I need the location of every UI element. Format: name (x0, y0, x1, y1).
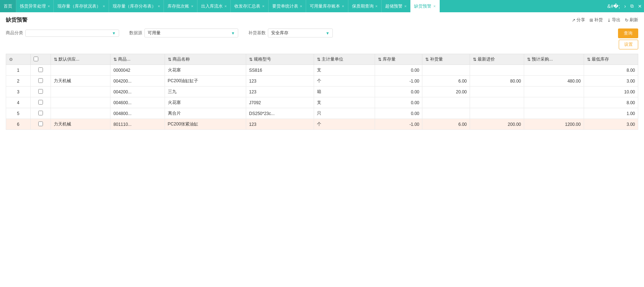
th-purchase-label: 预计采购... (532, 56, 553, 62)
row-checkbox-1[interactable] (38, 78, 43, 83)
tab-home[interactable]: 首页 (0, 0, 16, 12)
tab-inout-close[interactable]: × (225, 4, 227, 8)
th-supplier[interactable]: ⇅ 默认供应... (51, 54, 110, 65)
cell-price-1: 80.00 (470, 76, 524, 87)
tab-expiry-close[interactable]: × (375, 4, 378, 8)
row-checkbox-2[interactable] (38, 89, 43, 94)
datasource-select[interactable]: 可用量 ▼ (144, 28, 238, 37)
tab-expiry[interactable]: 保质期查询 × (348, 0, 382, 12)
cell-name-5: PC200张紧油缸 (165, 119, 246, 130)
cell-purchase-3 (524, 97, 584, 108)
tab-stock-dist[interactable]: 现存量（库存分布表） × (109, 0, 164, 12)
refresh-label: 刷新 (630, 17, 638, 23)
tab-stock-status[interactable]: 现存量（库存状况表） × (54, 0, 109, 12)
export-label: 导出 (612, 17, 621, 23)
tab-next-btn[interactable]: › (622, 3, 628, 9)
export-button[interactable]: ⤓ 导出 (607, 17, 621, 23)
tab-summary-label: 收发存汇总表 (234, 3, 260, 9)
share-label: 分享 (576, 17, 585, 23)
row-checkbox-5[interactable] (38, 122, 43, 126)
cell-code-4: 004800... (110, 108, 165, 119)
tab-abnormal-close[interactable]: × (48, 4, 50, 8)
cell-check-2[interactable] (30, 87, 51, 97)
cell-stock-3: 0.00 (375, 97, 422, 108)
cell-check-5[interactable] (30, 119, 51, 130)
refresh-button[interactable]: ↻ 刷新 (625, 17, 638, 23)
tab-available-close[interactable]: × (342, 4, 344, 8)
tab-close-btn[interactable]: ✕ (636, 4, 644, 9)
category-select[interactable]: ▼ (25, 30, 119, 37)
tab-available[interactable]: 可用量库存账本 × (306, 0, 348, 12)
cell-supplier-2 (51, 87, 110, 97)
page-header: 缺货预警 ↗ 分享 ⊞ 补货 ⤓ 导出 ↻ 刷新 (6, 17, 638, 23)
row-checkbox-0[interactable] (38, 67, 43, 72)
cell-stock-4: 0.00 (375, 108, 422, 119)
th-name[interactable]: ⇅ 商品名称 (165, 54, 246, 65)
datasource-filter-group: 数据源 可用量 ▼ (129, 28, 238, 37)
tab-restore-btn[interactable]: ⧉ (628, 3, 636, 9)
cell-check-4[interactable] (30, 108, 51, 119)
replenish-button[interactable]: ⊞ 补货 (589, 17, 603, 23)
th-unit[interactable]: ⇅ 主计量单位 (314, 54, 375, 65)
query-button[interactable]: 查询 (618, 28, 638, 38)
cell-purchase-4 (524, 108, 584, 119)
settings-button[interactable]: 设置 (619, 40, 638, 49)
th-stock[interactable]: ⇅ 库存量 (375, 54, 422, 65)
th-code[interactable]: ⇅ 商品... (110, 54, 165, 65)
tab-stock-dist-close[interactable]: × (158, 4, 160, 8)
cell-spec-0: SS816 (246, 65, 314, 76)
cell-check-0[interactable] (30, 65, 51, 76)
th-spec[interactable]: ⇅ 规格型号 (246, 54, 314, 65)
cell-stock-5: -1.00 (375, 119, 422, 130)
row-checkbox-3[interactable] (38, 100, 43, 105)
th-replenish[interactable]: ⇅ 补货量 (422, 54, 470, 65)
cell-unit-0: 支 (314, 65, 375, 76)
tab-order-stat[interactable]: 要货单统计表 × (269, 0, 306, 12)
th-gear[interactable]: ⚙ (6, 54, 31, 65)
cell-check-1[interactable] (30, 76, 51, 87)
table-header-row: ⚙ ⇅ 默认供应... ⇅ 商品... (6, 54, 638, 65)
tab-summary-close[interactable]: × (262, 4, 264, 8)
tab-summary[interactable]: 收发存汇总表 × (231, 0, 268, 12)
tab-order-stat-label: 要货单统计表 (272, 3, 298, 9)
th-check[interactable] (30, 54, 51, 65)
cell-name-2: 三九 (165, 87, 246, 97)
th-purchase[interactable]: ⇅ 预计采购... (524, 54, 584, 65)
datasource-value: 可用量 (148, 30, 161, 36)
row-checkbox-4[interactable] (38, 111, 43, 115)
tab-stock-status-close[interactable]: × (103, 4, 105, 8)
share-button[interactable]: ↗ 分享 (572, 17, 585, 23)
tab-batch-close[interactable]: × (191, 4, 193, 8)
cell-minstk-5: 3.00 (584, 119, 638, 130)
tab-abnormal[interactable]: 拣货异常处理 × (16, 0, 54, 12)
th-price[interactable]: ⇅ 最新进价 (470, 54, 524, 65)
page-title: 缺货预警 (6, 17, 27, 23)
tab-overstock-close[interactable]: × (404, 4, 406, 8)
cell-minstk-4: 1.00 (584, 108, 638, 119)
tab-prev-btn[interactable]: &#�; (605, 3, 622, 9)
tab-shortage-close[interactable]: × (433, 4, 435, 8)
th-minstk[interactable]: ⇅ 最低库存 (584, 54, 638, 65)
tab-order-stat-close[interactable]: × (300, 4, 302, 8)
filter-actions: 查询 设置 (618, 28, 638, 49)
cell-supplier-4 (51, 108, 110, 119)
table-row: 5 004800... 离合片 DS250*23c... 只 0.00 1.00 (6, 108, 638, 119)
basis-select[interactable]: 安全库存 ▼ (268, 28, 333, 37)
gear-icon[interactable]: ⚙ (9, 57, 13, 62)
select-all-checkbox[interactable] (34, 57, 38, 61)
cell-spec-5: 123 (246, 119, 314, 130)
cell-stock-0: 0.00 (375, 65, 422, 76)
main-content: 缺货预警 ↗ 分享 ⊞ 补货 ⤓ 导出 ↻ 刷新 商品分类 (0, 12, 644, 287)
tab-batch[interactable]: 库存批次账 × (164, 0, 197, 12)
th-code-sort-icon: ⇅ (113, 57, 117, 62)
tab-inout[interactable]: 出入库流水 × (197, 0, 231, 12)
category-filter-group: 商品分类 ▼ (6, 30, 119, 37)
tab-overstock[interactable]: 超储预警 × (382, 0, 410, 12)
cell-seq-4: 5 (6, 108, 31, 119)
tab-abnormal-label: 拣货异常处理 (20, 3, 46, 9)
th-purchase-sort-icon: ⇅ (527, 57, 531, 62)
cell-price-3 (470, 97, 524, 108)
cell-replenish-4 (422, 108, 470, 119)
tab-shortage[interactable]: 缺货预警 × (410, 0, 439, 12)
cell-check-3[interactable] (30, 97, 51, 108)
